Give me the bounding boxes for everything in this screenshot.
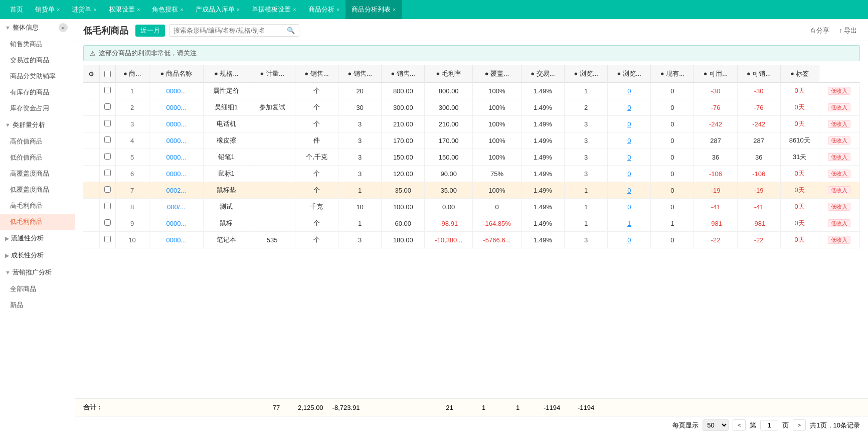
row-browse1[interactable]: 0 — [608, 166, 651, 182]
nav-permission[interactable]: 权限设置× — [103, 0, 146, 19]
sidebar-item-stocked-products[interactable]: 有库存的商品 — [0, 84, 75, 100]
row-select-checkbox[interactable] — [104, 87, 111, 93]
row-checkbox[interactable] — [99, 132, 115, 149]
sidebar-item-category-assist[interactable]: 商品分类助销率 — [0, 68, 75, 84]
row-settings — [83, 149, 99, 166]
sidebar-group-cluster[interactable]: ▼ 类群量分析 — [0, 116, 75, 133]
row-browse1[interactable]: 0 — [608, 182, 651, 199]
settings-icon[interactable]: ⚙ — [88, 70, 94, 78]
row-tag: 低收入 — [819, 132, 859, 149]
search-input[interactable] — [173, 27, 287, 34]
nav-purchase-order[interactable]: 进货单× — [66, 0, 102, 19]
row-checkbox[interactable] — [99, 83, 115, 99]
sidebar-group-growth[interactable]: ▶ 成长性分析 — [0, 247, 75, 264]
row-checkbox[interactable] — [99, 149, 115, 166]
prev-page-button[interactable]: ＜ — [733, 419, 746, 431]
sidebar-item-all-products[interactable]: 全部商品 — [0, 281, 75, 297]
row-code: 0000... — [149, 99, 203, 116]
sidebar-group-marketing[interactable]: ▼ 营销推广分析 — [0, 264, 75, 281]
table-row: 2 0000... 吴细细1 参加复试 个 30 300.00 300.00 1… — [83, 99, 860, 116]
sidebar-item-new-products[interactable]: 新品 — [0, 297, 75, 313]
sidebar-item-low-margin[interactable]: 低毛利商品 — [0, 214, 75, 230]
row-browse1[interactable]: 0 — [608, 99, 651, 116]
row-select-checkbox[interactable] — [104, 170, 111, 176]
header-actions: ⎙ 分享 ↑ 导出 — [808, 25, 860, 37]
row-select-checkbox[interactable] — [104, 153, 111, 160]
row-saleable: 0天 — [780, 116, 819, 132]
row-checkbox[interactable] — [99, 166, 115, 182]
nav-product-in[interactable]: 产成品入库单× — [190, 0, 246, 19]
row-tag: 低收入 — [819, 83, 859, 99]
row-browse1[interactable]: 0 — [608, 149, 651, 166]
row-browse2: 0 — [651, 149, 694, 166]
row-sales-qty: 3 — [338, 132, 382, 149]
row-select-checkbox[interactable] — [104, 186, 111, 193]
row-browse1[interactable]: 0 — [608, 132, 651, 149]
row-coverage: 1.49% — [521, 232, 564, 248]
export-button[interactable]: ↑ 导出 — [836, 25, 860, 37]
sidebar-item-high-value[interactable]: 高价值商品 — [0, 133, 75, 150]
row-checkbox[interactable] — [99, 182, 115, 199]
close-icon[interactable]: × — [237, 7, 240, 13]
row-sales-qty: 3 — [338, 149, 382, 166]
sidebar-item-high-margin[interactable]: 高毛利商品 — [0, 198, 75, 214]
row-coverage: 1.49% — [521, 99, 564, 116]
row-browse1[interactable]: 0 — [608, 199, 651, 215]
collapse-button[interactable]: « — [59, 23, 68, 32]
row-sales-profit: 90.00 — [425, 166, 473, 182]
checkbox-col-header[interactable] — [99, 65, 115, 83]
page-number-input[interactable] — [760, 420, 778, 430]
export-icon: ↑ — [839, 27, 843, 34]
nav-template[interactable]: 单据模板设置× — [246, 0, 302, 19]
next-page-button[interactable]: ＞ — [793, 419, 806, 431]
row-checkbox[interactable] — [99, 116, 115, 132]
nav-sales-order[interactable]: 销货单× — [29, 0, 66, 19]
row-browse2: 1 — [651, 215, 694, 232]
row-sales-price: 60.00 — [382, 215, 425, 232]
page-size-select[interactable]: 20 50 100 200 — [703, 419, 729, 431]
sidebar-group-overall[interactable]: ▼ 整体信息 « — [0, 19, 75, 36]
sidebar-item-sales-products[interactable]: 销售类商品 — [0, 36, 75, 52]
row-browse1[interactable]: 0 — [608, 83, 651, 99]
nav-home[interactable]: 首页 — [4, 0, 29, 19]
sidebar-item-stock-capital[interactable]: 库存资金占用 — [0, 100, 75, 116]
select-all-checkbox[interactable] — [104, 71, 111, 77]
nav-product-analysis[interactable]: 商品分析× — [302, 0, 345, 19]
search-icon[interactable]: 🔍 — [287, 27, 295, 34]
row-browse1[interactable]: 0 — [608, 232, 651, 248]
row-select-checkbox[interactable] — [104, 236, 111, 242]
row-select-checkbox[interactable] — [104, 219, 111, 226]
row-checkbox[interactable] — [99, 199, 115, 215]
sidebar-item-traded-products[interactable]: 交易过的商品 — [0, 52, 75, 68]
close-icon[interactable]: × — [336, 7, 339, 13]
row-checkbox[interactable] — [99, 232, 115, 248]
nav-product-analysis-list[interactable]: 商品分析列表× — [345, 0, 402, 19]
row-browse1[interactable]: 1 — [608, 215, 651, 232]
row-select-checkbox[interactable] — [104, 120, 111, 126]
table-row: 10 0000... 笔记本 535 个 3 180.00 -10,380...… — [83, 232, 860, 248]
close-icon[interactable]: × — [57, 7, 60, 13]
row-checkbox[interactable] — [99, 99, 115, 116]
settings-col-header[interactable]: ⚙ — [83, 65, 99, 83]
row-select-checkbox[interactable] — [104, 203, 111, 209]
filter-button[interactable]: 近一月 — [135, 25, 165, 37]
sidebar-item-low-coverage[interactable]: 低覆盖度商品 — [0, 182, 75, 198]
share-button[interactable]: ⎙ 分享 — [808, 25, 832, 37]
close-icon[interactable]: × — [93, 7, 96, 13]
row-transaction: 3 — [565, 232, 608, 248]
sidebar-item-high-coverage[interactable]: 高覆盖度商品 — [0, 166, 75, 182]
sidebar-group-liquidity[interactable]: ▶ 流通性分析 — [0, 230, 75, 247]
row-browse1[interactable]: 0 — [608, 116, 651, 132]
close-icon[interactable]: × — [393, 7, 396, 13]
row-gross-margin: 0 — [473, 199, 522, 215]
row-select-checkbox[interactable] — [104, 136, 111, 143]
row-select-checkbox[interactable] — [104, 103, 111, 110]
row-checkbox[interactable] — [99, 215, 115, 232]
close-icon[interactable]: × — [180, 7, 183, 13]
row-tag: 低收入 — [819, 116, 859, 132]
close-icon[interactable]: × — [293, 7, 296, 13]
nav-role[interactable]: 角色授权× — [146, 0, 189, 19]
close-icon[interactable]: × — [137, 7, 140, 13]
sidebar-item-low-value[interactable]: 低价值商品 — [0, 150, 75, 166]
row-sales-profit: 150.00 — [425, 149, 473, 166]
